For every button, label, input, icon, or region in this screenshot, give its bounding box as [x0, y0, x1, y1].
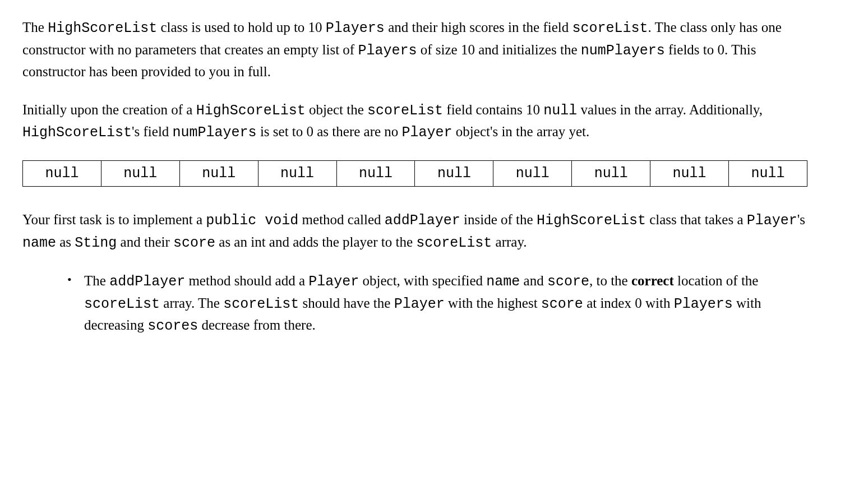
code-scorelist: scoreList: [223, 296, 299, 312]
bold-correct: correct: [631, 273, 674, 288]
text: location of the: [674, 273, 759, 288]
code-scorelist: scoreList: [416, 235, 492, 251]
text: object's in the array yet.: [453, 124, 590, 139]
text: with the highest: [445, 295, 541, 311]
code-players: Players: [674, 296, 733, 312]
text: should have the: [299, 295, 394, 311]
code-players: Players: [326, 20, 385, 36]
code-player: Player: [394, 296, 445, 312]
array-cell: null: [729, 160, 807, 187]
array-cell: null: [23, 160, 101, 187]
code-scorelist: scoreList: [84, 296, 160, 312]
text: inside of the: [460, 212, 537, 227]
paragraph-3: Your first task is to implement a public…: [22, 209, 807, 253]
null-array-table: null null null null null null null null …: [22, 160, 807, 187]
text: decrease from there.: [198, 317, 316, 332]
array-cell: null: [258, 160, 336, 187]
text: object, with specified: [359, 273, 486, 288]
array-cell: null: [650, 160, 729, 187]
array-cell: null: [572, 160, 650, 187]
text: at index 0 with: [583, 295, 674, 311]
code-player: Player: [747, 212, 797, 229]
code-highscorelist: HighScoreList: [48, 20, 157, 36]
array-cell: null: [336, 160, 415, 187]
list-item: The addPlayer method should add a Player…: [67, 270, 807, 337]
text: Initially upon the creation of a: [22, 102, 196, 117]
text: The: [84, 273, 109, 288]
code-null: null: [543, 103, 577, 119]
code-addplayer: addPlayer: [109, 274, 185, 290]
code-score: score: [173, 235, 215, 251]
code-highscorelist: HighScoreList: [22, 124, 132, 141]
text: as an int and adds the player to the: [215, 234, 416, 249]
paragraph-2: Initially upon the creation of a HighSco…: [22, 99, 807, 144]
code-player: Player: [402, 124, 453, 141]
text: array. The: [160, 295, 223, 311]
code-score: score: [547, 274, 589, 290]
code-scores: scores: [147, 318, 198, 334]
code-score: score: [541, 296, 583, 312]
code-highscorelist: HighScoreList: [537, 212, 646, 229]
text: object the: [306, 102, 367, 117]
table-row: null null null null null null null null …: [23, 160, 807, 187]
text: field contains 10: [443, 102, 543, 117]
paragraph-1: The HighScoreList class is used to hold …: [22, 17, 807, 82]
text: array.: [492, 234, 527, 249]
code-numplayers: numPlayers: [173, 124, 257, 141]
code-addplayer: addPlayer: [385, 212, 460, 229]
array-cell: null: [415, 160, 493, 187]
code-name: name: [486, 274, 520, 290]
text: method called: [298, 212, 384, 227]
document-content: The HighScoreList class is used to hold …: [22, 17, 807, 337]
text: method should add a: [185, 273, 308, 288]
code-player: Player: [308, 274, 359, 290]
code-public-void: public void: [206, 212, 298, 229]
text: 's: [797, 212, 805, 227]
text: and their high scores in the field: [385, 20, 572, 35]
text: class is used to hold up to 10: [157, 20, 326, 35]
code-scorelist: scoreList: [572, 20, 648, 36]
code-scorelist: scoreList: [367, 103, 443, 119]
text: of size 10 and initializes the: [417, 42, 580, 57]
array-cell: null: [101, 160, 179, 187]
text: , to the: [589, 273, 631, 288]
text: 's field: [132, 124, 173, 139]
text: class that takes a: [646, 212, 747, 227]
bullet-list: The addPlayer method should add a Player…: [22, 270, 807, 337]
code-name: name: [22, 235, 56, 251]
array-cell: null: [179, 160, 258, 187]
text: values in the array. Additionally,: [577, 102, 763, 117]
text: and their: [117, 234, 173, 249]
array-cell: null: [493, 160, 572, 187]
code-highscorelist: HighScoreList: [196, 103, 306, 119]
text: as: [56, 234, 75, 249]
code-sting: Sting: [75, 235, 117, 251]
code-players: Players: [358, 43, 417, 59]
text: and: [520, 273, 547, 288]
text: The: [22, 20, 48, 35]
text: Your first task is to implement a: [22, 212, 206, 227]
text: is set to 0 as there are no: [257, 124, 402, 139]
code-numplayers: numPlayers: [581, 43, 665, 59]
